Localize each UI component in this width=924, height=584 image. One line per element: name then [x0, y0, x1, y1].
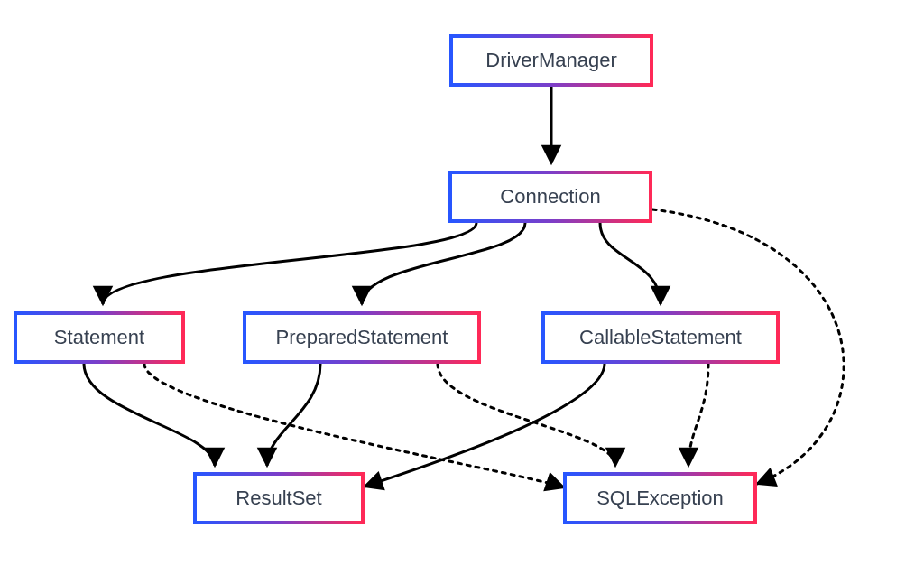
edges-layer: [0, 0, 924, 584]
edge-connection-to-prepared: [362, 223, 525, 304]
node-label: Connection: [500, 185, 600, 209]
node-resultSet: ResultSet: [193, 472, 365, 524]
node-sqlException: SQLException: [563, 472, 757, 524]
edge-statement-to-resultSet: [84, 364, 215, 466]
node-driverManager: DriverManager: [449, 34, 653, 87]
node-label: PreparedStatement: [276, 326, 448, 349]
node-statement: Statement: [14, 311, 185, 364]
node-label: Statement: [54, 326, 144, 349]
edge-connection-to-statement: [103, 223, 476, 304]
node-label: SQLException: [596, 487, 724, 510]
edge-statement-to-sqlException: [144, 364, 564, 487]
edge-callable-to-sqlException: [688, 364, 708, 466]
node-prepared: PreparedStatement: [243, 311, 481, 364]
edge-callable-to-resultSet: [365, 364, 605, 487]
node-connection: Connection: [448, 171, 652, 223]
edge-prepared-to-resultSet: [267, 364, 320, 466]
node-label: CallableStatement: [579, 326, 742, 349]
node-label: ResultSet: [236, 487, 321, 510]
edge-prepared-to-sqlException: [438, 364, 615, 466]
node-callable: CallableStatement: [541, 311, 780, 364]
edge-connection-to-callable: [600, 223, 661, 304]
node-label: DriverManager: [485, 49, 617, 72]
